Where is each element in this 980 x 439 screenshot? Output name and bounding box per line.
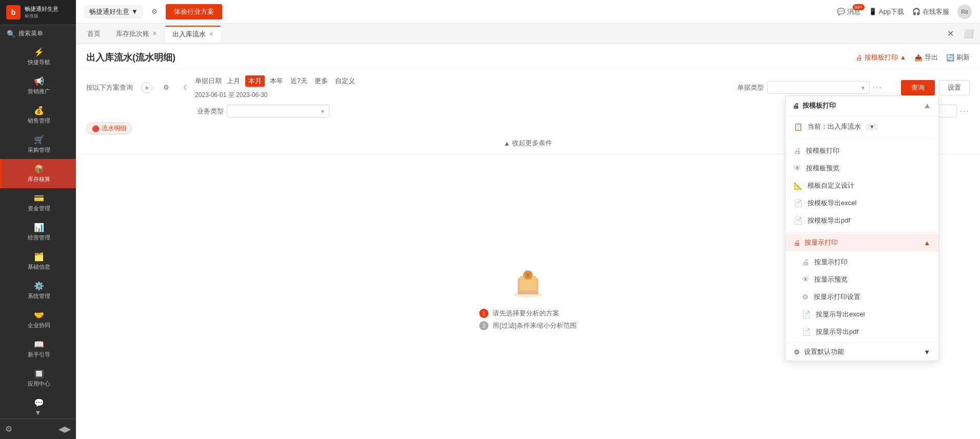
dropdown-current-item[interactable]: 📋 当前：出入库流水 ▼ [786, 118, 938, 135]
template-export-pdf-item[interactable]: 📄 按模板导出pdf [786, 212, 938, 229]
dropdown-divider-1 [786, 138, 938, 139]
tab-batch-close[interactable]: ✕ [152, 30, 157, 37]
sidebar-item-basic[interactable]: 🗂️ 基础信息 [0, 247, 76, 276]
business-type-wrapper [227, 105, 329, 117]
display-print-item[interactable]: 🖨 按显示打印 [786, 253, 938, 271]
message-button[interactable]: 💬 消息 99+ [837, 7, 860, 16]
template-section: 🖨 按模板打印 👁 按模板预览 📐 模板自定义设计 📄 按模板导出excel [786, 140, 938, 231]
empty-illustration [507, 264, 548, 305]
close-window-button[interactable]: ✕ [943, 27, 957, 41]
content-area: 出入库流水(流水明细) 🖨 按模板打印 ▲ 📤 导出 🔄 [76, 44, 980, 439]
template-print-item[interactable]: 🖨 按模板打印 [786, 142, 938, 159]
date-this-year[interactable]: 本年 [268, 75, 285, 87]
settings-icon[interactable]: ⚙ [5, 424, 12, 434]
search-icon: 🔍 [7, 30, 15, 38]
template-preview-item[interactable]: 👁 按模板预览 [786, 159, 938, 177]
sidebar-item-sales[interactable]: 💰 销售管理 [0, 101, 76, 130]
setting-button[interactable]: 设置 [939, 80, 970, 95]
sidebar-item-inventory[interactable]: 📦 库存核算 [0, 159, 76, 188]
business-type-select[interactable] [227, 105, 329, 117]
query-button[interactable]: 查询 [901, 80, 935, 95]
empty-step-1: 1 请先选择要分析的方案 [479, 309, 576, 318]
sidebar-item-operations[interactable]: 📊 经营管理 [0, 217, 76, 247]
template-custom-item[interactable]: 📐 模板自定义设计 [786, 177, 938, 194]
doc-type-select[interactable] [767, 81, 870, 94]
date-this-month[interactable]: 本月 [245, 75, 265, 87]
page-header: 出入库流水(流水明细) 🖨 按模板打印 ▲ 📤 导出 🔄 [76, 44, 980, 69]
sidebar-scroll-down[interactable]: ▼ [0, 407, 76, 418]
dropdown-current-section: 📋 当前：出入库流水 ▼ [786, 116, 938, 137]
display-excel-icon: 📄 [802, 310, 811, 318]
dropdown-title: 🖨 按模板打印 [793, 101, 836, 110]
dropdown-footer[interactable]: ⚙ 设置默认功能 ▼ [786, 343, 938, 361]
company-selector[interactable]: 畅捷通好生意 ▼ [84, 5, 143, 18]
tab-home[interactable]: 首页 [80, 26, 108, 42]
sidebar-item-finance[interactable]: 💳 资金管理 [0, 188, 76, 217]
system-icon: ⚙️ [34, 281, 44, 291]
date-field-label: 单据日期 [195, 76, 222, 86]
business-type-col: 业务类型 [197, 105, 329, 117]
print-dropdown-icon: 🖨 [793, 102, 799, 110]
sidebar-item-collab[interactable]: 🤝 企业协同 [0, 305, 76, 334]
customer-service-button[interactable]: 🎧 在线客服 [912, 7, 949, 16]
business-type-label: 业务类型 [197, 107, 224, 116]
top-header: 畅捷通好生意 ▼ ⚙ 体验行业方案 💬 消息 99+ 📱 App下载 🎧 [76, 0, 980, 24]
sidebar-item-marketing[interactable]: 📢 营销推广 [0, 71, 76, 101]
display-print-settings-item[interactable]: ⚙ 按显示打印设置 [786, 288, 938, 306]
app-download-button[interactable]: 📱 App下载 [869, 7, 904, 16]
display-preview-icon: 👁 [802, 275, 809, 284]
display-export-excel-item[interactable]: 📄 按显示导出excel [786, 306, 938, 323]
filter-tag-label: 流水明细 [102, 124, 126, 133]
sidebar-item-system[interactable]: ⚙️ 系统管理 [0, 276, 76, 305]
date-last7[interactable]: 近7天 [288, 75, 309, 87]
sidebar-item-guide[interactable]: 📖 新手引导 [0, 334, 76, 364]
sidebar-item-quick-nav[interactable]: ⚡ 快捷导航 [0, 42, 76, 71]
filter-add-button[interactable]: + [141, 82, 152, 93]
display-preview-item[interactable]: 👁 按显示预览 [786, 271, 938, 288]
filter-collapse-button[interactable]: 《 [180, 83, 187, 92]
collapse-sidebar-icon[interactable]: ◀▶ [58, 424, 71, 434]
date-more[interactable]: 更多 [312, 75, 330, 87]
date-custom[interactable]: 自定义 [333, 75, 357, 87]
sidebar-item-wechat[interactable]: 💬 企业微信 [0, 393, 76, 407]
sidebar-item-apps[interactable]: 🔲 应用中心 [0, 364, 76, 393]
export-button[interactable]: 📤 导出 [914, 53, 938, 62]
tab-flowwater-close[interactable]: ✕ [209, 31, 213, 37]
header-gear-button[interactable]: ⚙ [147, 5, 162, 19]
current-label: 当前：出入库流水 [808, 122, 861, 131]
operations-icon: 📊 [34, 223, 44, 232]
display-section: 🖨 按显示打印 👁 按显示预览 ⚙ 按显示打印设置 📄 按显示导出excel [786, 251, 938, 343]
tab-batch[interactable]: 库存批次账 ✕ [109, 26, 164, 42]
warehouse-more[interactable]: ··· [960, 107, 970, 116]
dropdown-toggle[interactable]: ▲ [923, 101, 931, 110]
refresh-button[interactable]: 🔄 刷新 [946, 53, 970, 62]
tab-flowwater[interactable]: 出入库流水 ✕ [165, 26, 221, 42]
trial-button[interactable]: 体验行业方案 [166, 4, 222, 19]
maximize-window-button[interactable]: ⬜ [962, 27, 976, 41]
display-export-pdf-item[interactable]: 📄 按显示导出pdf [786, 323, 938, 341]
template-preview-icon: 👁 [794, 164, 801, 172]
app-logo: b 畅捷通好生意 标准版 [0, 0, 76, 25]
filter-tag: 🔴 流水明细 [86, 123, 132, 134]
filter-setting-button[interactable]: ⚙ [161, 82, 172, 93]
user-avatar[interactable]: Rit [957, 5, 972, 19]
display-section-header[interactable]: 🖨 按显示打印 ▲ [786, 234, 938, 251]
doc-type-label: 单据类型 [737, 83, 764, 92]
quick-nav-icon: ⚡ [34, 47, 44, 57]
template-export-excel-item[interactable]: 📄 按模板导出excel [786, 194, 938, 212]
template-custom-icon: 📐 [794, 182, 802, 190]
dropdown-header: 🖨 按模板打印 ▲ [786, 96, 938, 116]
footer-chevron-icon: ▼ [924, 348, 930, 356]
doc-type-more[interactable]: ··· [873, 83, 883, 92]
date-prev-month[interactable]: 上月 [225, 75, 242, 87]
sidebar-item-purchase[interactable]: 🛒 采购管理 [0, 130, 76, 159]
company-name: 畅捷通好生意 [89, 7, 129, 16]
headset-icon: 🎧 [912, 8, 920, 15]
refresh-icon: 🔄 [946, 54, 954, 62]
display-header-icon: 🖨 [794, 239, 800, 247]
main-area: 畅捷通好生意 ▼ ⚙ 体验行业方案 💬 消息 99+ 📱 App下载 🎧 [76, 0, 980, 439]
sidebar-search[interactable]: 🔍 搜索菜单 [0, 25, 76, 42]
print-button[interactable]: 🖨 按模板打印 ▲ [856, 53, 906, 62]
marketing-icon: 📢 [34, 76, 44, 86]
print-dropdown-panel: 🖨 按模板打印 ▲ 📋 当前：出入库流水 ▼ 🖨 [785, 95, 939, 361]
